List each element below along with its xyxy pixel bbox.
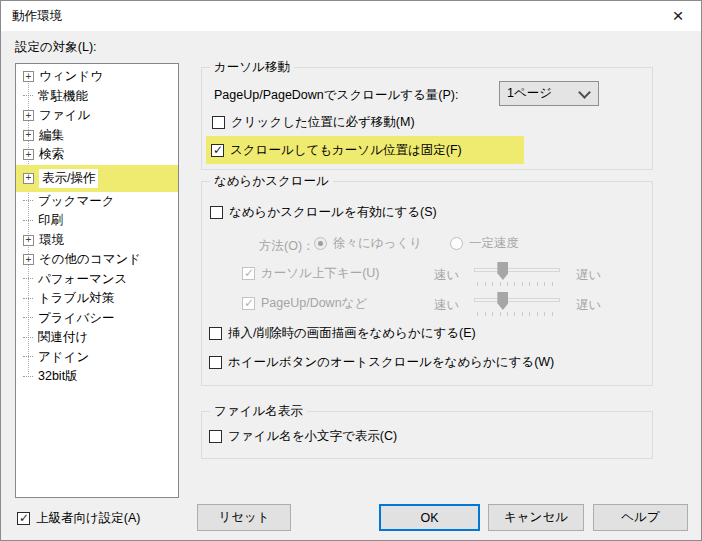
click-move-checkbox[interactable]: [212, 116, 225, 129]
advanced-settings-checkbox[interactable]: [17, 512, 30, 525]
tree-item-label: 32bit版: [38, 368, 78, 385]
slider-track: [474, 268, 560, 272]
tree-connector: [23, 220, 33, 222]
lowercase-filename-row: ファイル名を小文字で表示(C): [209, 428, 397, 445]
tree-item-label: ウィンドウ: [39, 68, 103, 85]
tree-item-label: プライバシー: [38, 310, 114, 327]
group-filename-title: ファイル名表示: [210, 403, 307, 420]
close-icon[interactable]: ×: [655, 1, 701, 31]
tree-connector: [23, 376, 33, 378]
group-smooth-title: なめらかスクロール: [210, 173, 333, 190]
tree-item[interactable]: +編集: [16, 126, 178, 146]
cursor-keys-slow-label: 遅い: [576, 267, 601, 284]
ok-button[interactable]: OK: [379, 504, 480, 531]
tree-item-label: ブックマーク: [38, 193, 114, 210]
tree-item[interactable]: プライバシー: [16, 309, 178, 329]
tree-item[interactable]: 32bit版: [16, 367, 178, 387]
group-filename-display: ファイル名表示 ファイル名を小文字で表示(C): [201, 411, 653, 459]
tree-item-label: 検索: [39, 146, 64, 163]
titlebar: 動作環境 ×: [1, 1, 701, 31]
help-button[interactable]: ヘルプ: [593, 504, 688, 531]
tree-item-label: アドイン: [38, 349, 89, 366]
advanced-settings-label: 上級者向け設定(A): [36, 510, 140, 527]
tree-item[interactable]: トラブル対策: [16, 289, 178, 309]
click-move-label: クリックした位置に必ず移動(M): [231, 114, 415, 131]
tree-item-label: 編集: [39, 127, 64, 144]
tree-item-label: トラブル対策: [38, 290, 114, 307]
wheel-autoscroll-row: ホイールボタンのオートスクロールをなめらかにする(W): [209, 354, 554, 371]
expand-plus-icon[interactable]: +: [23, 71, 34, 82]
tree-item[interactable]: +ファイル: [16, 106, 178, 126]
pageupdown-slow-label: 遅い: [576, 297, 601, 314]
tree-item[interactable]: アドイン: [16, 348, 178, 368]
tree-item[interactable]: 印刷: [16, 211, 178, 231]
pageupdown-checkbox: [242, 297, 255, 310]
tree-item[interactable]: 関連付け: [16, 328, 178, 348]
cancel-button[interactable]: キャンセル: [488, 504, 584, 531]
tree-item[interactable]: パフォーマンス: [16, 270, 178, 290]
tree-item-label: その他のコマンド: [39, 251, 141, 268]
tree-item-label: 環境: [39, 232, 64, 249]
method-label: 方法(O)：: [259, 238, 315, 255]
advanced-settings-row: 上級者向け設定(A): [17, 510, 140, 527]
group-cursor-movement: カーソル移動 PageUp/PageDownでスクロールする量(P): 1ページ…: [201, 67, 653, 170]
method-gradual-row: 徐々にゆっくり: [314, 235, 422, 252]
tree-item-label: パフォーマンス: [38, 271, 127, 288]
scroll-fixed-checkbox[interactable]: [211, 144, 224, 157]
cursor-keys-fast-label: 速い: [434, 267, 459, 284]
expand-plus-icon[interactable]: +: [23, 254, 34, 265]
scroll-amount-label: PageUp/PageDownでスクロールする量(P):: [214, 87, 458, 104]
slider-thumb: [497, 262, 508, 280]
tree-connector: [23, 200, 33, 202]
tree-connector: [23, 317, 33, 319]
group-smooth-scroll: なめらかスクロール なめらかスクロールを有効にする(S) 方法(O)： 徐々にゆ…: [201, 181, 653, 386]
tree-item[interactable]: +ウィンドウ: [16, 67, 178, 87]
expand-plus-icon[interactable]: +: [23, 110, 34, 121]
method-constant-label: 一定速度: [469, 235, 519, 252]
slider-ticks: [477, 312, 557, 316]
lowercase-filename-label: ファイル名を小文字で表示(C): [228, 428, 397, 445]
tree-connector: [23, 337, 33, 339]
tree-connector: [23, 278, 33, 280]
wheel-autoscroll-checkbox[interactable]: [209, 356, 222, 369]
method-constant-row: 一定速度: [450, 235, 519, 252]
cursor-keys-checkbox: [242, 267, 255, 280]
smooth-enable-checkbox[interactable]: [210, 206, 223, 219]
lowercase-filename-checkbox[interactable]: [209, 430, 222, 443]
smooth-enable-label: なめらかスクロールを有効にする(S): [229, 204, 437, 221]
tree-item-label: 表示/操作: [39, 169, 98, 188]
insert-delete-checkbox[interactable]: [209, 327, 222, 340]
tree-connector: [23, 298, 33, 300]
dialog-window: 動作環境 × 設定の対象(L): +ウィンドウ常駐機能+ファイル+編集+検索+表…: [0, 0, 702, 541]
tree-item[interactable]: +その他のコマンド: [16, 250, 178, 270]
cursor-keys-row: カーソル上下キー(U): [242, 265, 380, 282]
expand-plus-icon[interactable]: +: [23, 235, 34, 246]
tree-item[interactable]: 常駐機能: [16, 87, 178, 107]
expand-plus-icon[interactable]: +: [23, 130, 34, 141]
tree-item-label: 常駐機能: [38, 88, 88, 105]
method-gradual-radio: [314, 237, 327, 250]
expand-plus-icon[interactable]: +: [23, 173, 34, 184]
pageupdown-slider: [474, 291, 560, 317]
method-gradual-label: 徐々にゆっくり: [333, 235, 422, 252]
slider-track: [474, 298, 560, 302]
scroll-amount-dropdown[interactable]: 1ページ: [499, 81, 599, 106]
pageupdown-fast-label: 速い: [434, 297, 459, 314]
cursor-keys-slider: [474, 261, 560, 287]
wheel-autoscroll-label: ホイールボタンのオートスクロールをなめらかにする(W): [228, 354, 554, 371]
cursor-keys-label: カーソル上下キー(U): [261, 265, 380, 282]
tree-item[interactable]: +環境: [16, 231, 178, 251]
insert-delete-label: 挿入/削除時の画面描画をなめらかにする(E): [228, 325, 476, 342]
group-cursor-title: カーソル移動: [210, 59, 294, 76]
tree-item[interactable]: ブックマーク: [16, 192, 178, 212]
tree-connector: [23, 356, 33, 358]
tree-item[interactable]: +表示/操作: [16, 165, 178, 192]
smooth-enable-row: なめらかスクロールを有効にする(S): [210, 204, 437, 221]
method-constant-radio: [450, 237, 463, 250]
settings-target-label: 設定の対象(L):: [15, 39, 97, 56]
reset-button[interactable]: リセット: [197, 504, 291, 531]
expand-plus-icon[interactable]: +: [23, 149, 34, 160]
chevron-down-icon: [578, 86, 591, 99]
scroll-amount-value: 1ページ: [507, 85, 552, 102]
tree-item[interactable]: +検索: [16, 145, 178, 165]
